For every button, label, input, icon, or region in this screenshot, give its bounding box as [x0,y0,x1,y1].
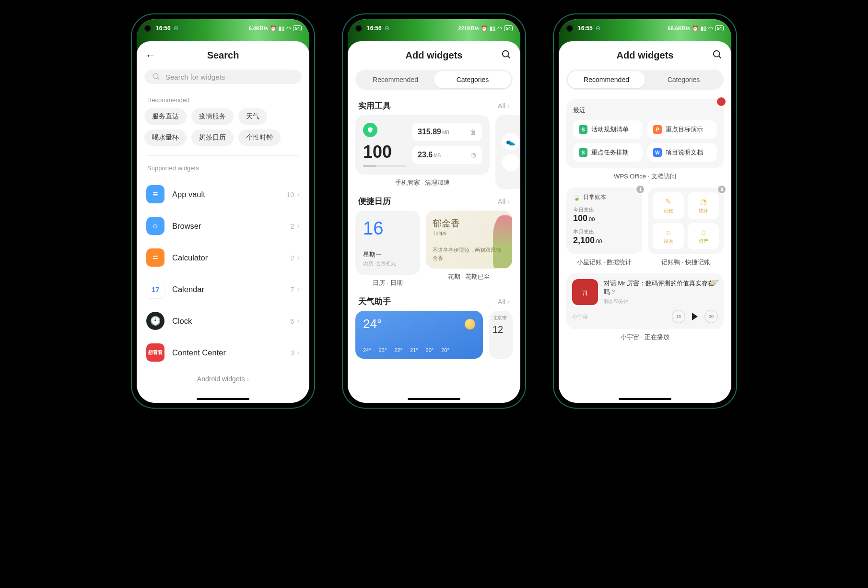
battery-icon: 54 [504,25,513,31]
phone-frame-1: 16:56 6.4KB/s ⏰ ▮▯ ◠ 54 ← Search Search … [132,14,314,408]
tab-recommended[interactable]: Recommended [357,71,434,88]
account-widget[interactable]: ⬇ 🍃日常账本 今日支出 100.00 本月支出 2,100.00 [566,188,642,254]
list-item[interactable]: 想看看 Content Center 3 › [144,337,302,368]
list-item[interactable]: = Calculator 2 › [144,242,302,273]
today-spend-label: 今日支出 [573,206,635,213]
widget-carousel[interactable]: 16 星期一 农历 七月初九 日历 · 日期 郁金香 Tulips 不道亭亭伊薄… [348,211,520,289]
svg-point-6 [503,50,509,57]
signal-icon: ▮▯ [279,25,284,32]
search-icon[interactable] [501,49,512,62]
security-widget[interactable]: 100 315.89MB 🗑 23.6MB ◔ [355,115,490,175]
list-item[interactable]: 17 Calendar 7 › [144,273,302,305]
all-link[interactable]: All [498,298,505,306]
calendar-widget[interactable]: 16 星期一 农历 七月初九 [355,211,420,275]
page-title: Add widgets [617,50,674,61]
quick-actions-widget[interactable]: ⬇ ✎记账 ◔统计 ⌕搜索 ⌂资产 [648,188,724,254]
memory-card[interactable]: 315.89MB 🗑 [412,123,482,141]
camera-punchhole [144,25,151,32]
widget-carousel[interactable]: 100 315.89MB 🗑 23.6MB ◔ [348,115,520,189]
podcast-title: 对话 Mr 厉害：数码评测的价值真实存在吗？ [604,279,718,296]
android-widgets-link[interactable]: Android widgets› [137,370,309,391]
chevron-right-icon: › [246,375,249,383]
chevron-right-icon: › [297,253,300,262]
list-item-count: 2 [290,254,294,262]
wps-doc-item[interactable]: S重点任务排期 [573,143,643,162]
status-right: 6.4KB/s ⏰ ▮▯ ◠ 54 [249,25,302,32]
weather-temp: 24° [363,317,382,331]
home-indicator[interactable] [197,398,249,400]
widget-carousel[interactable]: 24° 24° 23° 22° 21° 20° 20° 北京市 12 [348,311,520,359]
page-header: Add widgets [559,41,731,66]
chevron-right-icon: › [507,197,510,206]
play-button[interactable] [692,313,698,320]
svg-line-11 [719,56,721,58]
svg-line-7 [508,56,510,58]
quick-action[interactable]: ⌂资产 [688,223,719,249]
notification-badge [716,96,727,107]
tab-recommended[interactable]: Recommended [568,71,645,88]
hourly-temps: 24° 23° 22° 21° 20° 20° [363,347,475,353]
clock-icon: 🕙 [146,312,164,330]
podcast-remaining: 剩余23分钟 [604,298,718,305]
wps-doc-item[interactable]: P重点目标演示 [647,120,717,139]
chip[interactable]: 奶茶日历 [191,129,234,146]
list-item[interactable]: ○ Browser 2 › [144,210,302,242]
home-indicator[interactable] [619,398,671,400]
search-input[interactable]: Search for widgets [144,70,302,84]
status-time: 16:55 [578,25,593,32]
list-item[interactable]: ≡ App vault 10 › [144,178,302,210]
widget-caption: WPS Office · 文档访问 [559,168,731,183]
calculator-icon: = [146,248,164,267]
chevron-right-icon: › [297,285,300,294]
search-icon[interactable] [712,49,723,62]
rewind-button[interactable]: 15 [672,310,685,323]
trash-icon: 🗑 [469,128,476,136]
podcast-artwork: π [572,279,598,305]
all-link[interactable]: All [498,198,505,205]
list-item[interactable]: 🕙 Clock 6 › [144,305,302,337]
recommended-label: Recommended [137,88,309,108]
chip[interactable]: 疫情服务 [191,108,234,125]
quick-action[interactable]: ✎记账 [653,192,684,219]
doc-type-icon: S [579,125,587,134]
section-header: 便捷日历 All › [348,189,520,211]
storage-card[interactable]: 23.6MB ◔ [412,146,482,164]
signal-icon: ▮▯ [701,25,706,32]
wps-widget[interactable]: 最近 S活动规划清单 P重点目标演示 S重点任务排期 W项目说明文档 [566,99,724,168]
back-icon[interactable]: ← [145,49,156,62]
wps-doc-item[interactable]: S活动规划清单 [573,120,643,139]
list-item-count: 2 [290,222,294,230]
forward-button[interactable]: 30 [704,310,718,323]
tab-categories[interactable]: Categories [434,71,511,88]
chevron-right-icon: › [297,317,300,325]
all-link[interactable]: All [498,102,505,110]
status-time: 16:56 [367,25,382,32]
podcast-widget[interactable]: 🪐 π 对话 Mr 厉害：数码评测的价值真实存在吗？ 剩余23分钟 小宇宙 15… [566,273,724,329]
recommended-chips: 服务直达 疫情服务 天气 喝水量杯 奶茶日历 个性时钟 [137,108,309,146]
section-header: 天气助手 All › [348,289,520,311]
chip[interactable]: 服务直达 [144,108,187,125]
widget-peek[interactable]: 👟 [495,115,520,189]
quick-action[interactable]: ◔统计 [688,192,719,219]
chip[interactable]: 天气 [238,108,267,125]
widget-list: ≡ App vault 10 › ○ Browser 2 › = Calcula… [137,176,309,370]
chevron-right-icon: › [297,222,300,230]
chevron-right-icon: › [297,190,300,199]
wps-doc-item[interactable]: W项目说明文档 [647,143,717,162]
chip[interactable]: 喝水量杯 [144,129,187,146]
calendar-weekday: 星期一 [363,250,412,259]
svg-point-2 [153,73,158,79]
status-right: 68.6KB/s ⏰ ▮▯ ◠ 54 [668,25,724,32]
flower-widget[interactable]: 郁金香 Tulips 不道亭亭伊薄妆，画裙双凤郁金香 [426,211,512,269]
tab-categories[interactable]: Categories [645,71,722,88]
chip[interactable]: 个性时钟 [238,129,281,146]
weather-peek[interactable]: 北京市 12 [489,311,513,359]
screen: 16:55 68.6KB/s ⏰ ▮▯ ◠ 54 Add widgets Rec… [559,19,731,403]
tabs: Recommended Categories [566,70,724,90]
month-spend-label: 本月支出 [573,228,635,235]
quick-action[interactable]: ⌕搜索 [653,223,684,249]
alarm-icon: ⏰ [481,25,488,32]
home-indicator[interactable] [408,398,460,400]
tabs: Recommended Categories [355,70,513,90]
weather-widget[interactable]: 24° 24° 23° 22° 21° 20° 20° [355,311,483,359]
